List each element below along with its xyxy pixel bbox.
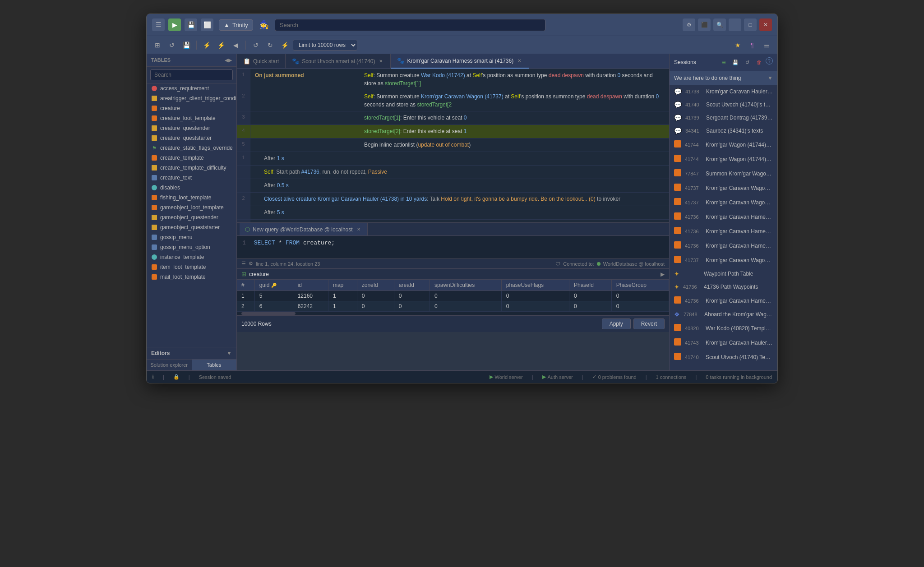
sessions-save-button[interactable]: 💾 [730, 57, 740, 67]
list-item[interactable]: ⚑ creature_static_flags_override [147, 143, 236, 153]
undo-button[interactable]: ↺ [249, 39, 262, 51]
session-item[interactable]: 41737 Krom'gar Caravan Wagon (41... [670, 181, 777, 195]
apply-button[interactable]: Apply [602, 318, 631, 329]
tab-close-button[interactable]: ✕ [516, 58, 522, 64]
sidebar-search-input[interactable] [150, 69, 233, 80]
ai-row: 1 After 1 s [237, 152, 669, 166]
revert-button[interactable]: Revert [633, 318, 665, 329]
limit-select[interactable]: Limit to 10000 rows [293, 40, 357, 51]
zoom-button[interactable]: 🔍 [713, 18, 726, 31]
world-server-item[interactable]: ▶ World server [490, 374, 523, 380]
session-item[interactable]: 💬 41738 Krom'gar Caravan Hauler (41... [670, 85, 777, 98]
duplicate-button[interactable]: ⬛ [698, 18, 711, 31]
list-item[interactable]: gossip_menu [147, 232, 236, 242]
list-item[interactable]: gossip_menu_option [147, 242, 236, 252]
list-item[interactable]: mail_loot_template [147, 272, 236, 282]
sessions-refresh-button[interactable]: ↺ [742, 57, 752, 67]
item-icon [151, 155, 157, 161]
format-button[interactable]: ⚌ [760, 39, 773, 51]
list-item[interactable]: gameobject_loot_template [147, 203, 236, 212]
solution-explorer-tab[interactable]: Solution explorer [147, 360, 192, 370]
sessions-delete-button[interactable]: 🗑 [754, 57, 764, 67]
play-button[interactable]: ▶ [168, 18, 181, 31]
list-item[interactable]: instance_template [147, 252, 236, 262]
scroll-right-btn[interactable]: ▶ [661, 271, 665, 277]
list-item[interactable]: gameobject_questender [147, 212, 236, 222]
execute-button[interactable]: ⚡ [278, 39, 291, 51]
session-item[interactable]: 41740 Scout Utvoch (41740) Templa... [670, 350, 777, 364]
query-close-button[interactable]: ✕ [356, 226, 362, 233]
tab-quick-start[interactable]: 📋 Quick start [237, 54, 286, 68]
col-phaseid: PhaseId [569, 280, 612, 291]
table-row[interactable]: 2 6 62242 1 0 0 0 0 0 0 [237, 301, 669, 312]
ai-text: storedTarget[1]: Enter this vehicle at s… [364, 115, 467, 121]
session-item[interactable]: 💬 34341 Saurboz (34341)'s texts [670, 124, 777, 138]
play-icon: ▶ [490, 374, 493, 380]
table-row[interactable]: 1 5 12160 1 0 0 0 0 0 0 [237, 291, 669, 301]
list-item[interactable]: disables [147, 183, 236, 193]
session-item[interactable]: 41736 Krom'gar Caravan Harness s... [670, 294, 777, 308]
sessions-add-button[interactable]: ⊕ [719, 57, 729, 67]
list-item[interactable]: creature [147, 103, 236, 113]
minimize-button[interactable]: ─ [729, 18, 741, 31]
tab-close-button[interactable]: ✕ [378, 58, 384, 65]
sessions-collapse-icon[interactable]: ▼ [767, 75, 773, 81]
session-item[interactable]: 41736 Krom'gar Caravan Harness (4... [670, 239, 777, 253]
session-item[interactable]: 41744 Krom'gar Wagon (41744) npc... [670, 138, 777, 152]
session-icon: 💬 [674, 127, 682, 134]
refresh-button[interactable]: ↺ [166, 39, 178, 51]
session-item[interactable]: ✦ Waypoint Path Table [670, 267, 777, 281]
tab-kromgar-harness[interactable]: 🐾 Krom'gar Caravan Harness smart ai (417… [391, 54, 529, 69]
horizontal-scrollbar[interactable] [237, 312, 669, 315]
list-item[interactable]: gameobject_queststarter [147, 222, 236, 232]
save-toolbar-button[interactable]: 💾 [180, 39, 193, 51]
search-input[interactable] [275, 19, 545, 31]
collapse-icon[interactable]: ◀▶ [225, 58, 232, 63]
session-item[interactable]: 41744 Krom'gar Wagon (41744) Te... [670, 152, 777, 166]
list-item[interactable]: item_loot_template [147, 262, 236, 272]
redo-button[interactable]: ↻ [264, 39, 277, 51]
pilcrow-button[interactable]: ¶ [746, 39, 758, 51]
query-editor[interactable]: 1 SELECT * FROM creature; [237, 236, 669, 258]
back-button[interactable]: ◀ [229, 39, 242, 51]
grid-button[interactable]: ⊞ [151, 39, 164, 51]
list-item[interactable]: creature_questender [147, 123, 236, 133]
tab-scout-utvoch[interactable]: 🐾 Scout Utvoch smart ai (41740) ✕ [286, 54, 391, 68]
session-item[interactable]: 41737 Krom'gar Caravan Wagon (41... [670, 195, 777, 210]
list-item[interactable]: creature_template [147, 153, 236, 163]
lightning2-button[interactable]: ⚡ [215, 39, 227, 51]
close-button[interactable]: ✕ [759, 18, 772, 31]
list-item[interactable]: areatrigger_client_trigger_conditions [147, 93, 236, 103]
session-item[interactable]: 41736 Krom'gar Caravan Harness (4... [670, 210, 777, 224]
save-button[interactable]: 💾 [185, 18, 197, 31]
session-item[interactable]: 40820 War Kodo (40820) Template ... [670, 321, 777, 336]
session-item[interactable]: 💬 41739 Sergeant Dontrag (41739)'s t... [670, 111, 777, 124]
auth-server-item[interactable]: ▶ Auth server [542, 374, 573, 380]
query-tab[interactable]: ⬡ New query @WorldDatabase @ localhost ✕ [240, 223, 368, 235]
session-item[interactable]: ✦ 41736 41736 Path Waypoints [670, 281, 777, 294]
editors-chevron[interactable]: ▼ [226, 350, 232, 356]
star-button[interactable]: ★ [731, 39, 744, 51]
list-item[interactable]: access_requirement [147, 83, 236, 93]
list-item[interactable]: creature_queststarter [147, 133, 236, 143]
session-item[interactable]: 💬 41740 Scout Utvoch (41740)'s texts [670, 98, 777, 111]
session-id: 41736 [685, 229, 702, 234]
session-item[interactable]: 41737 Krom'gar Caravan Wagon (41... [670, 253, 777, 267]
trinity-menu[interactable]: ▲ Trinity [219, 19, 253, 31]
session-item[interactable]: 77847 Summon Krom'gar Wagon (7... [670, 166, 777, 181]
list-item[interactable]: creature_text [147, 173, 236, 183]
list-item[interactable]: creature_template_difficulty [147, 163, 236, 173]
session-item[interactable]: ❖ 77848 Aboard the Krom'gar Wagon (... [670, 308, 777, 321]
results-table-container[interactable]: # guid 🔑 id map zoneId areaId spawnDiffi… [237, 280, 669, 312]
list-item[interactable]: fishing_loot_template [147, 193, 236, 203]
tables-tab[interactable]: Tables [192, 360, 237, 370]
settings-button[interactable]: ⚙ [683, 18, 695, 31]
copy-button[interactable]: ⬜ [201, 18, 213, 31]
hamburger-button[interactable]: ☰ [152, 18, 165, 31]
session-item[interactable]: 41743 Krom'gar Caravan Hauler (41... [670, 336, 777, 350]
sessions-help-button[interactable]: ? [766, 57, 773, 65]
maximize-button[interactable]: □ [744, 18, 757, 31]
list-item[interactable]: creature_loot_template [147, 113, 236, 123]
lightning-button[interactable]: ⚡ [200, 39, 213, 51]
session-item[interactable]: 41736 Krom'gar Caravan Harness (4... [670, 224, 777, 239]
